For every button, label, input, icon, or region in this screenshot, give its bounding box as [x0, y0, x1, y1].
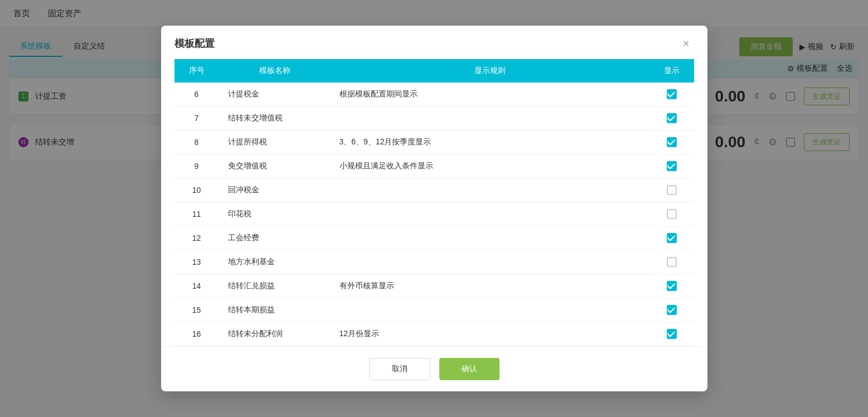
cell-index: 13 [174, 250, 219, 274]
dialog-close-button[interactable]: × [678, 36, 694, 51]
cell-name: 结转本期损益 [219, 298, 331, 322]
table-row: 9免交增值税小规模且满足收入条件显示 [174, 154, 694, 178]
cell-display[interactable] [649, 83, 694, 106]
modal-overlay: 模板配置 × 序号 模板名称 显示规则 显示 6计提税金根据模板配置期间显示7结… [0, 0, 868, 417]
table-row: 15结转本期损益 [174, 298, 694, 322]
checkbox-unchecked[interactable] [667, 185, 677, 195]
table-row: 6计提税金根据模板配置期间显示 [174, 83, 694, 106]
template-config-dialog: 模板配置 × 序号 模板名称 显示规则 显示 6计提税金根据模板配置期间显示7结… [161, 26, 707, 391]
cell-name: 计提所得税 [219, 130, 331, 154]
cell-name: 结转未分配利润 [219, 322, 331, 346]
cell-display[interactable] [649, 322, 694, 346]
table-row: 13地方水利基金 [174, 250, 694, 274]
cell-rule: 有外币核算显示 [331, 274, 649, 298]
checkbox-checked[interactable] [667, 281, 677, 291]
checkbox-unchecked[interactable] [667, 257, 677, 267]
cell-display[interactable] [649, 298, 694, 322]
cell-index: 16 [174, 322, 219, 346]
cell-index: 10 [174, 178, 219, 202]
checkbox-checked[interactable] [667, 305, 677, 315]
checkbox-checked[interactable] [667, 89, 677, 99]
cell-rule [331, 178, 649, 202]
cell-name: 计提税金 [219, 83, 331, 106]
checkbox-checked[interactable] [667, 161, 677, 171]
table-row: 7结转未交增值税 [174, 106, 694, 130]
checkbox-checked[interactable] [667, 329, 677, 339]
cell-display[interactable] [649, 250, 694, 274]
cell-display[interactable] [649, 106, 694, 130]
cell-index: 6 [174, 83, 219, 106]
cell-index: 8 [174, 130, 219, 154]
checkbox-unchecked[interactable] [667, 209, 677, 219]
cell-index: 11 [174, 202, 219, 226]
table-row: 11印花税 [174, 202, 694, 226]
table-row: 8计提所得税3、6、9、12月按季度显示 [174, 130, 694, 154]
col-header-rule: 显示规则 [331, 59, 649, 83]
cell-rule: 小规模且满足收入条件显示 [331, 154, 649, 178]
cell-name: 回冲税金 [219, 178, 331, 202]
cell-index: 14 [174, 274, 219, 298]
cell-rule [331, 226, 649, 250]
cell-name: 结转汇兑损益 [219, 274, 331, 298]
cell-index: 9 [174, 154, 219, 178]
cell-rule: 12月份显示 [331, 322, 649, 346]
cell-rule [331, 250, 649, 274]
cell-name: 结转未交增值税 [219, 106, 331, 130]
checkbox-checked[interactable] [667, 113, 677, 123]
cancel-button[interactable]: 取消 [369, 358, 430, 380]
cell-display[interactable] [649, 202, 694, 226]
cell-display[interactable] [649, 154, 694, 178]
table-row: 12工会经费 [174, 226, 694, 250]
dialog-title: 模板配置 [174, 37, 215, 50]
col-header-display: 显示 [649, 59, 694, 83]
cell-index: 7 [174, 106, 219, 130]
checkbox-checked[interactable] [667, 137, 677, 147]
table-row: 10回冲税金 [174, 178, 694, 202]
dialog-table-container[interactable]: 序号 模板名称 显示规则 显示 6计提税金根据模板配置期间显示7结转未交增值税8… [161, 59, 707, 346]
col-header-index: 序号 [174, 59, 219, 83]
table-row: 14结转汇兑损益有外币核算显示 [174, 274, 694, 298]
cell-rule [331, 202, 649, 226]
cell-name: 印花税 [219, 202, 331, 226]
cell-display[interactable] [649, 226, 694, 250]
table-header-row: 序号 模板名称 显示规则 显示 [174, 59, 694, 83]
col-header-name: 模板名称 [219, 59, 331, 83]
checkbox-checked[interactable] [667, 233, 677, 243]
cell-display[interactable] [649, 178, 694, 202]
dialog-header: 模板配置 × [161, 26, 707, 59]
cell-index: 15 [174, 298, 219, 322]
cell-name: 免交增值税 [219, 154, 331, 178]
cell-name: 工会经费 [219, 226, 331, 250]
cell-rule: 根据模板配置期间显示 [331, 83, 649, 106]
cell-name: 地方水利基金 [219, 250, 331, 274]
cell-rule: 3、6、9、12月按季度显示 [331, 130, 649, 154]
table-row: 16结转未分配利润12月份显示 [174, 322, 694, 346]
cell-index: 12 [174, 226, 219, 250]
template-table: 序号 模板名称 显示规则 显示 6计提税金根据模板配置期间显示7结转未交增值税8… [174, 59, 694, 346]
cell-rule [331, 298, 649, 322]
cell-display[interactable] [649, 274, 694, 298]
cell-display[interactable] [649, 130, 694, 154]
confirm-button[interactable]: 确认 [439, 358, 500, 380]
dialog-footer: 取消 确认 [161, 346, 707, 391]
cell-rule [331, 106, 649, 130]
